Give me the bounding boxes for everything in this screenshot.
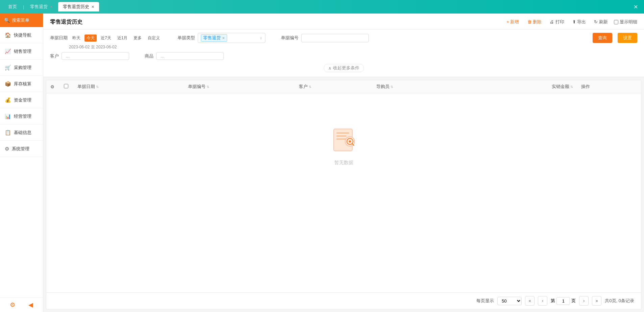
collapse-sidebar-icon[interactable]: ◀ (28, 301, 33, 309)
date-btn-more[interactable]: 更多 (132, 35, 144, 42)
export-button[interactable]: ⬆ 导出 (570, 18, 588, 26)
svg-rect-1 (336, 132, 349, 134)
system-icon: ⚙ (5, 146, 9, 152)
show-detail-label: 显示明细 (620, 19, 637, 25)
last-page-button[interactable]: » (592, 296, 601, 306)
pagination-bar: 每页显示 20 50 100 200 « ‹ 第 页 › » 共0页, 0条记录 (46, 293, 641, 309)
customer-input[interactable]: ... (62, 52, 129, 60)
bill-type-filter: 单据类型 零售退货 ✕ ∨ (177, 33, 265, 43)
table-header: ⚙ 单据日期 单据编号 客户 导购员 实销金额 操作 (46, 80, 641, 93)
bill-type-tag-text: 零售退货 (203, 35, 221, 41)
th-checkbox[interactable] (60, 80, 73, 93)
th-gear[interactable]: ⚙ (46, 80, 60, 93)
goods-input[interactable]: ... (156, 52, 224, 60)
th-amount[interactable]: 实销金额 (467, 80, 577, 93)
sidebar-item-label: 资金管理 (14, 97, 31, 103)
first-page-button[interactable]: « (525, 296, 534, 306)
bill-type-tag-close[interactable]: ✕ (222, 36, 225, 40)
prev-page-button[interactable]: ‹ (538, 296, 547, 306)
settings-icon[interactable]: ⚙ (10, 301, 15, 309)
sidebar-item-system[interactable]: ⚙ 系统管理 (0, 141, 43, 157)
sidebar-search-label: 搜索菜单 (12, 17, 29, 23)
total-info: 共0页, 0条记录 (605, 298, 634, 304)
sidebar-item-basic-info[interactable]: 📋 基础信息 (0, 125, 43, 141)
home-tab[interactable]: 首页 (3, 4, 22, 10)
date-btn-custom[interactable]: 自定义 (146, 35, 162, 42)
main-layout: 🔍 搜索菜单 🏠 快捷导航 📈 销售管理 🛒 采购管理 📦 库存核算 💰 资金管… (0, 14, 644, 312)
th-bill-date[interactable]: 单据日期 (73, 80, 184, 93)
tab-label: 零售退货 (30, 4, 48, 10)
sales-icon: 📈 (5, 48, 11, 54)
table-container: ⚙ 单据日期 单据编号 客户 导购员 实销金额 操作 (46, 80, 641, 293)
empty-text: 暂无数据 (334, 160, 353, 166)
sidebar-item-quicknav[interactable]: 🏠 快捷导航 (0, 27, 43, 43)
settings-button[interactable]: 设置 (618, 33, 637, 43)
customer-filter: 客户 ... (50, 52, 129, 60)
date-filter: 单据日期 昨天 今天 近7天 近1月 更多 自定义 (50, 35, 162, 42)
filter-row-1: 单据日期 昨天 今天 近7天 近1月 更多 自定义 单据类型 (50, 33, 637, 43)
sidebar-item-label: 快捷导航 (14, 32, 31, 38)
tab-retail-return[interactable]: 零售退货 ✕ (25, 2, 57, 12)
per-page-select[interactable]: 20 50 100 200 (497, 297, 522, 305)
inventory-icon: 📦 (5, 81, 11, 87)
sidebar-search[interactable]: 🔍 搜索菜单 (0, 14, 43, 27)
customer-ellipsis: ... (65, 53, 71, 59)
filter-row-2: 客户 ... 商品 ... (50, 52, 637, 60)
page-title: 零售退货历史 (50, 19, 82, 26)
page-header: 零售退货历史 + 新增 🗑 删除 🖨 打印 ⬆ 导出 ↻ 刷新 显示明细 (43, 14, 644, 29)
sidebar: 🔍 搜索菜单 🏠 快捷导航 📈 销售管理 🛒 采购管理 📦 库存核算 💰 资金管… (0, 14, 43, 312)
data-table: ⚙ 单据日期 单据编号 客户 导购员 实销金额 操作 (46, 80, 641, 193)
svg-rect-2 (336, 135, 347, 137)
print-button[interactable]: 🖨 打印 (548, 18, 566, 26)
date-btn-today[interactable]: 今天 (85, 35, 97, 42)
show-detail-checkbox[interactable]: 显示明细 (614, 19, 637, 25)
sidebar-item-label: 销售管理 (14, 48, 31, 54)
table-header-row: ⚙ 单据日期 单据编号 客户 导购员 实销金额 操作 (46, 80, 641, 93)
collapse-row: ∧ 收起更多条件 (50, 63, 637, 73)
sidebar-item-sales[interactable]: 📈 销售管理 (0, 43, 43, 60)
bill-no-input[interactable] (301, 34, 369, 42)
sidebar-bottom: ⚙ ◀ (0, 297, 43, 312)
sidebar-item-inventory[interactable]: 📦 库存核算 (0, 76, 43, 92)
show-detail-check[interactable] (614, 20, 618, 24)
sidebar-item-operations[interactable]: 📊 经营管理 (0, 108, 43, 125)
refresh-button[interactable]: ↻ 刷新 (592, 18, 610, 26)
add-button[interactable]: + 新增 (504, 18, 521, 26)
sidebar-item-purchase[interactable]: 🛒 采购管理 (0, 60, 43, 76)
close-window-button[interactable]: ✕ (631, 2, 641, 12)
th-customer[interactable]: 客户 (295, 80, 372, 93)
table-body: 暂无数据 (46, 93, 641, 193)
home-icon: 🏠 (5, 32, 11, 38)
th-guide[interactable]: 导购员 (372, 80, 466, 93)
tab-close-icon[interactable]: ✕ (91, 5, 94, 9)
bill-type-input[interactable]: 零售退货 ✕ ∨ (198, 33, 265, 43)
per-page-label: 每页显示 (476, 298, 494, 304)
bill-no-filter: 单据编号 (281, 34, 369, 42)
query-button[interactable]: 查询 (593, 33, 612, 43)
goods-label: 商品 (145, 53, 153, 59)
date-btn-1month[interactable]: 近1月 (115, 35, 130, 42)
tab-close-icon[interactable]: ✕ (50, 5, 53, 9)
svg-point-7 (349, 140, 351, 142)
empty-state-cell: 暂无数据 (46, 93, 641, 193)
next-page-button[interactable]: › (579, 296, 589, 306)
delete-button[interactable]: 🗑 删除 (525, 18, 544, 26)
page-number-input[interactable] (556, 297, 570, 305)
select-all-checkbox[interactable] (64, 84, 68, 88)
tab-label: 零售退货历史 (63, 4, 89, 10)
gear-icon[interactable]: ⚙ (50, 84, 54, 89)
collapse-button[interactable]: ∧ 收起更多条件 (324, 64, 364, 72)
date-range-text: 2023-06-02 至 2023-06-02 (69, 45, 117, 49)
date-btn-yesterday[interactable]: 昨天 (70, 35, 82, 42)
th-bill-no[interactable]: 单据编号 (184, 80, 294, 93)
empty-state-row: 暂无数据 (46, 93, 641, 193)
sidebar-item-label: 库存核算 (14, 81, 31, 87)
sidebar-item-finance[interactable]: 💰 资金管理 (0, 92, 43, 108)
collapse-up-icon: ∧ (328, 66, 332, 71)
date-btn-7days[interactable]: 近7天 (99, 35, 113, 42)
tab-retail-return-history[interactable]: 零售退货历史 ✕ (58, 2, 99, 12)
th-actions: 操作 (577, 80, 641, 93)
customer-label: 客户 (50, 53, 59, 59)
top-bar: 首页 | 零售退货 ✕ 零售退货历史 ✕ ✕ (0, 0, 644, 14)
purchase-icon: 🛒 (5, 65, 11, 71)
